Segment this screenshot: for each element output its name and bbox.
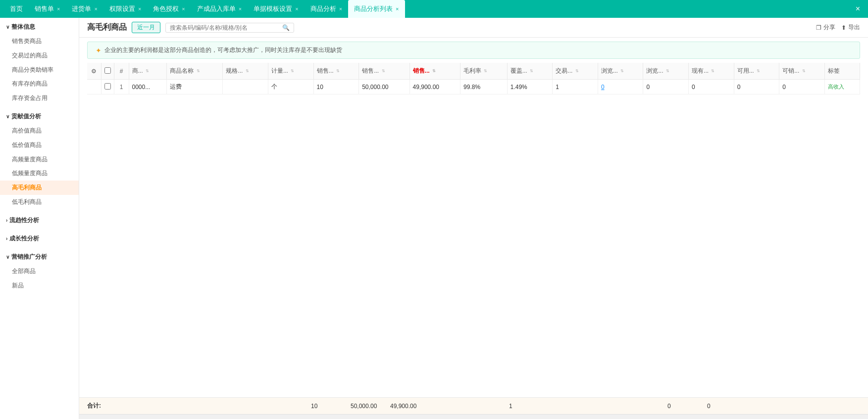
select-all-checkbox[interactable]: [104, 67, 111, 74]
row-name: 运费: [167, 80, 223, 94]
col-browse1[interactable]: 浏览... ⇅: [598, 63, 643, 80]
sidebar-item-in-stock[interactable]: 有库存的商品: [0, 77, 79, 91]
col-unit[interactable]: 计量... ⇅: [268, 63, 313, 80]
sort-icon[interactable]: ⇅: [146, 69, 149, 73]
col-sellable-stock[interactable]: 可销... ⇅: [779, 63, 825, 80]
col-available-stock[interactable]: 可用... ⇅: [734, 63, 779, 80]
table-wrapper[interactable]: ⚙ # 商... ⇅ 商品名称 ⇅: [79, 63, 868, 397]
nav-tab-product-analysis-list[interactable]: 商品分析列表 ×: [348, 0, 405, 18]
sort-icon[interactable]: ⇅: [757, 69, 760, 73]
sidebar-item-traded-products[interactable]: 交易过的商品: [0, 48, 79, 63]
col-current-stock[interactable]: 现有... ⇅: [689, 63, 734, 80]
col-sales-cost[interactable]: 销售... ⇅: [409, 63, 460, 80]
top-navigation: 首页 销售单 × 进货单 × 权限设置 × 角色授权 × 产成品入库单 × 单据…: [0, 0, 868, 18]
sidebar-item-low-margin[interactable]: 低毛利商品: [0, 195, 79, 209]
sidebar-item-sales-ranking[interactable]: 销售类商品: [0, 34, 79, 48]
sidebar-item-new-products[interactable]: 新品: [0, 279, 79, 293]
sort-icon[interactable]: ⇅: [432, 69, 436, 73]
sort-icon[interactable]: ⇅: [336, 69, 340, 73]
col-gross-margin[interactable]: 毛利率 ⇅: [460, 63, 508, 80]
close-permission-tab[interactable]: ×: [138, 6, 141, 12]
close-product-analysis-tab[interactable]: ×: [339, 6, 342, 12]
close-product-entry-tab[interactable]: ×: [239, 6, 242, 12]
close-purchase-order-tab[interactable]: ×: [94, 6, 97, 12]
search-input[interactable]: [170, 24, 282, 31]
sidebar-item-high-margin[interactable]: 高毛利商品: [0, 181, 79, 195]
footer-transaction: 1: [505, 403, 545, 410]
sidebar-group-title-overall-info[interactable]: ∨ 整体信息: [0, 20, 79, 34]
row-sales-qty: 10: [313, 80, 359, 94]
search-icon[interactable]: 🔍: [282, 24, 290, 31]
sidebar-group-title-marketing[interactable]: ∨ 营销推广分析: [0, 250, 79, 264]
nav-tab-permission-settings[interactable]: 权限设置 ×: [103, 0, 147, 18]
sidebar-item-high-freq[interactable]: 高频量度商品: [0, 152, 79, 167]
row-available-stock: 0: [734, 80, 779, 94]
col-checkbox[interactable]: [101, 63, 114, 80]
close-sales-order-tab[interactable]: ×: [57, 6, 60, 12]
sidebar-item-low-value[interactable]: 低价值商品: [0, 138, 79, 152]
col-sales-amount[interactable]: 销售... ⇅: [359, 63, 409, 80]
sort-icon[interactable]: ⇅: [802, 69, 806, 73]
col-name[interactable]: 商品名称 ⇅: [167, 63, 223, 80]
nav-tab-role-permission[interactable]: 角色授权 ×: [147, 0, 191, 18]
sidebar-item-high-value[interactable]: 高价值商品: [0, 124, 79, 138]
sidebar-item-all-products[interactable]: 全部商品: [0, 264, 79, 279]
nav-tab-order-template[interactable]: 单据模板设置 ×: [248, 0, 304, 18]
page-title: 高毛利商品: [87, 22, 127, 33]
row-checkbox[interactable]: [101, 80, 114, 94]
sort-icon[interactable]: ⇅: [484, 69, 487, 73]
close-all-button[interactable]: ×: [852, 2, 864, 15]
sort-icon[interactable]: ⇅: [197, 69, 200, 73]
nav-tab-product-analysis[interactable]: 商品分析 ×: [305, 0, 348, 18]
nav-tab-home[interactable]: 首页: [4, 0, 29, 18]
row-spec: [223, 80, 268, 94]
sidebar-group-title-financial[interactable]: ∨ 贡献值分析: [0, 109, 79, 124]
col-browse2[interactable]: 浏览... ⇅: [643, 63, 689, 80]
col-spec[interactable]: 规格... ⇅: [223, 63, 268, 80]
sidebar-group-title-growth[interactable]: › 成长性分析: [0, 232, 79, 246]
sort-icon[interactable]: ⇅: [246, 69, 249, 73]
filter-date-button[interactable]: 近一月: [132, 22, 160, 33]
sidebar: << ∨ 整体信息 销售类商品 交易过的商品 商品分类助销率 有库存的商品 库存…: [0, 18, 79, 419]
col-settings[interactable]: ⚙: [87, 63, 101, 80]
footer-sellable-stock: 0: [703, 403, 743, 410]
share-button[interactable]: ❐ 分享: [816, 23, 835, 32]
sidebar-group-title-trend[interactable]: › 流趋性分析: [0, 213, 79, 228]
footer-label: 合计:: [87, 402, 109, 410]
horizontal-scrollbar[interactable]: [79, 414, 868, 419]
export-button[interactable]: ⬆ 导出: [841, 23, 860, 32]
sidebar-item-low-freq[interactable]: 低频量度商品: [0, 166, 79, 181]
sort-icon[interactable]: ⇅: [666, 69, 669, 73]
close-role-tab[interactable]: ×: [182, 6, 185, 12]
nav-tab-product-entry[interactable]: 产成品入库单 ×: [191, 0, 248, 18]
col-sales-qty[interactable]: 销售... ⇅: [313, 63, 359, 80]
sort-icon[interactable]: ⇅: [620, 69, 624, 73]
sort-icon[interactable]: ⇅: [291, 69, 294, 73]
row-tag: 高收入: [824, 80, 860, 94]
row-select-checkbox[interactable]: [104, 83, 111, 90]
sidebar-item-inventory-capital[interactable]: 库存资金占用: [0, 91, 79, 105]
sidebar-item-product-classification[interactable]: 商品分类助销率: [0, 63, 79, 77]
sort-icon[interactable]: ⇅: [530, 69, 533, 73]
row-sales-cost: 49,900.00: [409, 80, 460, 94]
col-coverage[interactable]: 覆盖... ⇅: [507, 63, 553, 80]
col-transaction[interactable]: 交易... ⇅: [553, 63, 598, 80]
nav-tab-sales-order[interactable]: 销售单 ×: [29, 0, 66, 18]
share-icon: ❐: [816, 24, 821, 31]
sidebar-collapse-button[interactable]: <<: [79, 209, 79, 229]
col-tag: 标签: [824, 63, 860, 80]
row-coverage: 1.49%: [507, 80, 553, 94]
close-order-template-tab[interactable]: ×: [295, 6, 298, 12]
nav-tab-purchase-order[interactable]: 进货单 ×: [66, 0, 103, 18]
sort-icon[interactable]: ⇅: [711, 69, 715, 73]
row-current-stock: 0: [689, 80, 734, 94]
arrow-icon: ∨: [6, 24, 9, 30]
main-layout: << ∨ 整体信息 销售类商品 交易过的商品 商品分类助销率 有库存的商品 库存…: [0, 18, 868, 419]
sort-icon[interactable]: ⇅: [575, 69, 579, 73]
row-browse1[interactable]: 0: [598, 80, 643, 94]
close-product-analysis-list-tab[interactable]: ×: [396, 6, 399, 12]
arrow-icon: ›: [6, 236, 7, 241]
col-code[interactable]: 商... ⇅: [129, 63, 167, 80]
arrow-icon: ›: [6, 218, 7, 223]
sort-icon[interactable]: ⇅: [382, 69, 385, 73]
